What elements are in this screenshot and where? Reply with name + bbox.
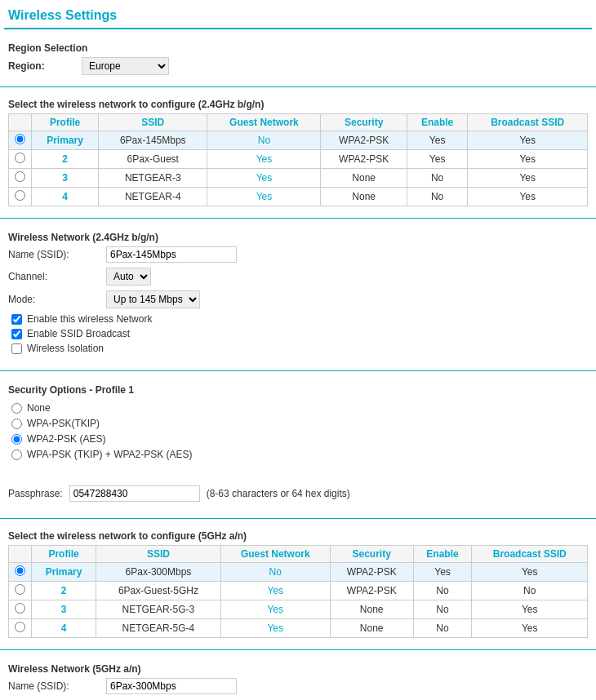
divider-2 [0,218,596,219]
mode-select-24[interactable]: Up to 145 Mbps Up to 54 Mbps Up to 300 M… [106,290,200,308]
col-broadcast-24: Broadcast SSID [468,114,588,131]
guest-cell-5g-3[interactable]: Yes [220,619,330,638]
name-input-5g[interactable] [106,678,237,694]
table-row[interactable]: 3 NETGEAR-3 Yes None No Yes [9,169,588,188]
row-radio-5g-2[interactable] [9,600,32,619]
guest-cell-5g-2[interactable]: Yes [220,600,330,619]
enable-network-label-24: Enable this wireless Network [27,313,152,325]
table-row[interactable]: Primary 6Pax-145Mbps No WPA2-PSK Yes Yes [9,131,588,150]
radio-5g-0[interactable] [15,565,25,576]
security-cell-24-3: None [321,188,407,206]
enable-cell-24-3: No [407,188,467,206]
radio-5g-2[interactable] [15,603,25,614]
ssid-cell-5g-1: 6Pax-Guest-5GHz [96,582,220,600]
profile-cell-24-3[interactable]: 4 [32,188,99,206]
security-cell-5g-1: WPA2-PSK [330,582,413,600]
guest-cell-24-1[interactable]: Yes [207,150,321,169]
security-tkip-row: WPA-PSK(TKIP) [8,418,588,429]
profile-cell-24-2[interactable]: 3 [32,169,99,188]
profile-cell-24-0[interactable]: Primary [32,131,99,150]
table-row[interactable]: 2 6Pax-Guest Yes WPA2-PSK Yes Yes [9,150,588,169]
passphrase-row: Passphrase: (8-63 characters or 64 hex d… [8,485,588,502]
profile-cell-5g-1[interactable]: 2 [32,582,96,600]
col-guest-24: Guest Network [207,114,321,131]
enable-cell-5g-2: No [413,600,472,619]
security-cell-5g-2: None [330,600,413,619]
guest-cell-24-2[interactable]: Yes [207,169,321,188]
broadcast-cell-24-2: Yes [468,169,588,188]
divider-5 [0,649,596,650]
col-radio-24 [9,114,32,131]
channel-label-24: Channel: [8,271,106,282]
guest-cell-24-3[interactable]: Yes [207,188,321,206]
ssid-cell-24-1: 6Pax-Guest [99,150,207,169]
profile-cell-5g-2[interactable]: 3 [32,600,96,619]
row-radio-24-3[interactable] [9,188,32,206]
security-both-row: WPA-PSK (TKIP) + WPA2-PSK (AES) [8,449,588,460]
enable-network-checkbox-24[interactable] [11,314,22,325]
col-security-24: Security [321,114,407,131]
radio-24-0[interactable] [15,134,25,144]
ssid-cell-24-2: NETGEAR-3 [99,169,207,188]
enable-cell-24-2: No [407,169,467,188]
row-radio-5g-3[interactable] [9,619,32,638]
radio-5g-1[interactable] [15,584,25,595]
profile-cell-5g-3[interactable]: 4 [32,619,96,638]
security-none-radio[interactable] [11,403,22,414]
row-radio-24-2[interactable] [9,169,32,188]
security-none-label: None [27,402,51,414]
mode-label-24: Mode: [8,294,106,305]
enable-cell-5g-0: Yes [413,563,472,582]
table24-title: Select the wireless network to configure… [8,99,588,110]
profile-cell-5g-0[interactable]: Primary [32,563,96,582]
security-tkip-radio[interactable] [11,419,22,429]
col-guest-5g: Guest Network [220,546,330,563]
region-value: Europe North America Asia Australia [82,57,169,75]
row-radio-24-1[interactable] [9,150,32,169]
table-row[interactable]: Primary 6Pax-300Mbps No WPA2-PSK Yes Yes [9,563,588,582]
region-select[interactable]: Europe North America Asia Australia [82,57,169,75]
ssid-cell-5g-0: 6Pax-300Mbps [96,563,220,582]
region-field-label: Region: [8,60,82,72]
table-row[interactable]: 4 NETGEAR-4 Yes None No Yes [9,188,588,206]
name-input-24[interactable] [106,246,237,263]
row-radio-5g-0[interactable] [9,563,32,582]
table-row[interactable]: 4 NETGEAR-5G-4 Yes None No Yes [9,619,588,638]
table-row[interactable]: 2 6Pax-Guest-5GHz Yes WPA2-PSK No No [9,582,588,600]
guest-cell-5g-0: No [220,563,330,582]
security-cell-24-0: WPA2-PSK [321,131,407,150]
row-radio-24-0[interactable] [9,131,32,150]
security-wpa2-radio[interactable] [11,434,22,445]
profile-cell-24-1[interactable]: 2 [32,150,99,169]
col-ssid-5g: SSID [96,546,220,563]
wireless-isolation-checkbox-24[interactable] [11,343,22,354]
enable-network-row-24: Enable this wireless Network [8,313,588,325]
enable-cell-5g-3: No [413,619,472,638]
table24-section: Select the wireless network to configure… [0,94,596,211]
security-both-label: WPA-PSK (TKIP) + WPA2-PSK (AES) [27,449,193,460]
passphrase-hint: (8-63 characters or 64 hex digits) [207,488,350,499]
security-both-radio[interactable] [11,450,22,460]
enable-ssid-checkbox-24[interactable] [11,329,22,339]
table-row[interactable]: 3 NETGEAR-5G-3 Yes None No Yes [9,600,588,619]
wireless-isolation-label-24: Wireless Isolation [27,343,104,354]
security-section: Security Options - Profile 1 None WPA-PS… [0,378,596,471]
security-cell-5g-3: None [330,619,413,638]
radio-5g-3[interactable] [15,622,25,632]
ssid-cell-24-0: 6Pax-145Mbps [99,131,207,150]
radio-24-1[interactable] [15,153,25,163]
channel-select-24[interactable]: Auto 12345 67891011 [106,268,151,286]
row-radio-5g-1[interactable] [9,582,32,600]
passphrase-input[interactable] [69,485,200,502]
network-table-24: Profile SSID Guest Network Security Enab… [8,113,588,206]
enable-cell-24-1: Yes [407,150,467,169]
radio-24-3[interactable] [15,190,25,201]
col-profile-24: Profile [32,114,99,131]
region-row: Region: Europe North America Asia Austra… [8,57,588,75]
security-wpa2-row: WPA2-PSK (AES) [8,433,588,445]
ssid-cell-5g-2: NETGEAR-5G-3 [96,600,220,619]
guest-cell-5g-1[interactable]: Yes [220,582,330,600]
broadcast-cell-5g-0: Yes [472,563,588,582]
enable-ssid-row-24: Enable SSID Broadcast [8,328,588,339]
radio-24-2[interactable] [15,171,25,182]
